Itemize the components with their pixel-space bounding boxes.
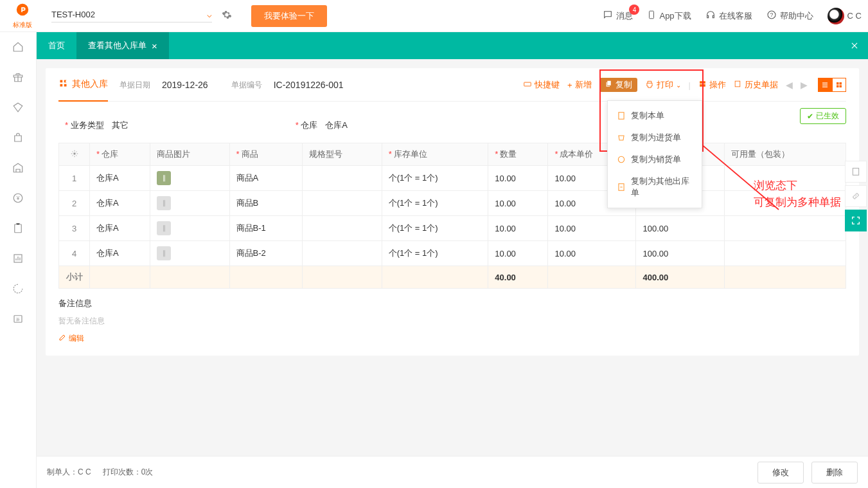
tab-current[interactable]: 查看其他入库单 × (76, 32, 169, 59)
row-qty: 10.00 (488, 216, 548, 241)
history-label: 历史单据 (745, 79, 778, 91)
delete-button[interactable]: 删除 (811, 462, 858, 483)
tab-home-label: 首页 (48, 40, 65, 51)
shortcut-button[interactable]: 快捷键 (523, 79, 560, 91)
new-button[interactable]: + 新增 (567, 79, 592, 91)
sidebar-bag-icon[interactable] (0, 132, 36, 147)
doc-date-label: 单据日期 (120, 80, 150, 91)
row-unit: 个(1个 = 1个) (382, 216, 488, 241)
copy-other-out-item[interactable]: 复制为其他出库单 (608, 170, 702, 204)
copy-dropdown: 复制本单 复制为进货单 复制为销货单 复制为其他出库单 (607, 100, 702, 208)
row-image: ∥ (150, 241, 229, 266)
row-qty: 10.00 (488, 241, 548, 266)
sidebar-clipboard-icon[interactable] (0, 222, 36, 237)
side-note-icon[interactable] (845, 161, 867, 183)
online-service-link[interactable]: 在线客服 (705, 10, 752, 22)
sidebar-warehouse-icon[interactable] (0, 162, 36, 177)
creator-value: C C (78, 467, 91, 476)
form-row: * 业务类型 其它 * 仓库 仓库A (58, 102, 846, 143)
try-button[interactable]: 我要体验一下 (251, 5, 327, 27)
remarks-title: 备注信息 (58, 298, 846, 309)
messages-badge: 4 (629, 5, 639, 15)
table-row[interactable]: 1 仓库A ∥ 商品A 个(1个 = 1个) 10.00 10.00 100.0… (59, 166, 846, 191)
row-available (724, 166, 846, 191)
row-image: ∥ (150, 166, 229, 191)
biz-type-field: * 业务类型 其它 (65, 120, 128, 131)
top-right: 消息 4 App下载 在线客服 ? 帮助中心 C C (603, 8, 862, 24)
logo-label: 标准版 (6, 21, 39, 30)
th-warehouse: 仓库 (90, 143, 150, 166)
product-thumb: ∥ (157, 196, 171, 210)
doc-type-tab[interactable]: 其他入库 (58, 68, 108, 102)
row-warehouse: 仓库A (90, 216, 150, 241)
app-download-link[interactable]: App下载 (647, 10, 691, 22)
svg-rect-0 (650, 11, 654, 19)
ops-button[interactable]: 操作 (698, 79, 726, 91)
next-button[interactable]: ▶ (801, 80, 808, 90)
warehouse-label: 仓库 (301, 120, 317, 130)
shortcut-label: 快捷键 (535, 79, 560, 91)
copy-button[interactable]: 复制 (599, 78, 637, 92)
sidebar-money-icon[interactable]: ¥ (0, 192, 36, 207)
main: 首页 查看其他入库单 × 浏览态下 可复制为多种单据 (37, 32, 868, 488)
history-icon (734, 80, 742, 90)
sidebar-home-icon[interactable] (0, 41, 36, 56)
prev-button[interactable]: ◀ (786, 80, 793, 90)
row-amount: 100.00 (636, 216, 724, 241)
table-row[interactable]: 2 仓库A ∥ 商品B 个(1个 = 1个) 10.00 10.00 100.0… (59, 191, 846, 216)
user-menu[interactable]: C C (828, 8, 862, 24)
card-header: 其他入库 单据日期 2019-12-26 单据编号 IC-20191226-00… (58, 68, 846, 102)
th-gear[interactable] (59, 143, 90, 166)
top-header: 标准版 TEST-H002 ⌵ 我要体验一下 消息 4 App下载 在线客服 ?… (0, 0, 868, 32)
sidebar-diamond-icon[interactable] (0, 102, 36, 116)
th-unit: 库存单位 (382, 143, 488, 166)
modify-button[interactable]: 修改 (757, 462, 804, 483)
grid-view-button[interactable] (832, 78, 846, 92)
tab-home[interactable]: 首页 (37, 32, 76, 59)
copy-sales-item[interactable]: 复制为销货单 (608, 149, 702, 170)
org-selector[interactable]: TEST-H002 ⌵ (51, 10, 212, 23)
list-view-button[interactable] (818, 78, 832, 92)
svg-rect-10 (524, 82, 531, 86)
messages-link[interactable]: 消息 4 (603, 10, 633, 22)
side-expand-icon[interactable] (845, 210, 867, 231)
sidebar-new-icon[interactable]: 新 (0, 313, 36, 328)
sidebar-gift-icon[interactable] (0, 71, 36, 86)
copy-sales-label: 复制为销货单 (631, 154, 681, 165)
table-row[interactable]: 4 仓库A ∥ 商品B-2 个(1个 = 1个) 10.00 10.00 100… (59, 241, 846, 266)
side-link-icon[interactable] (845, 185, 867, 207)
table-row[interactable]: 3 仓库A ∥ 商品B-1 个(1个 = 1个) 10.00 10.00 100… (59, 216, 846, 241)
copy-purchase-item[interactable]: 复制为进货单 (608, 127, 702, 149)
print-icon (645, 80, 654, 91)
edit-remarks-button[interactable]: 编辑 (58, 333, 84, 344)
svg-point-13 (618, 156, 624, 162)
copy-this-item[interactable]: 复制本单 (608, 105, 702, 127)
history-button[interactable]: 历史单据 (734, 79, 778, 91)
tabbar-close-button[interactable] (841, 32, 868, 59)
product-thumb: ∥ (157, 221, 171, 235)
row-price: 10.00 (548, 216, 636, 241)
sidebar-report-icon[interactable] (0, 253, 36, 267)
row-product: 商品B (229, 191, 303, 216)
doc-type-label: 其他入库 (72, 78, 108, 90)
outbound-icon (617, 183, 626, 192)
edit-remarks-label: 编辑 (69, 333, 84, 344)
row-spec (303, 241, 382, 266)
sidebar-refresh-icon[interactable] (0, 283, 36, 298)
footer: 制单人：C C 打印次数：0次 修改 删除 (37, 456, 868, 488)
row-warehouse: 仓库A (90, 241, 150, 266)
row-price: 10.00 (548, 241, 636, 266)
logo[interactable]: 标准版 (6, 3, 39, 30)
help-center-link[interactable]: ? 帮助中心 (766, 10, 813, 22)
gear-icon[interactable] (222, 10, 232, 22)
inbound-icon (58, 78, 68, 90)
row-qty: 10.00 (488, 166, 548, 191)
edit-icon (58, 334, 66, 343)
svg-rect-12 (619, 113, 624, 120)
svg-rect-5 (15, 224, 22, 233)
row-unit: 个(1个 = 1个) (382, 241, 488, 266)
close-icon[interactable]: × (152, 41, 157, 51)
header-actions: 快捷键 + 新增 复制 打印 ⌄ (523, 78, 846, 92)
row-index: 3 (59, 216, 90, 241)
print-button[interactable]: 打印 ⌄ (645, 79, 681, 91)
